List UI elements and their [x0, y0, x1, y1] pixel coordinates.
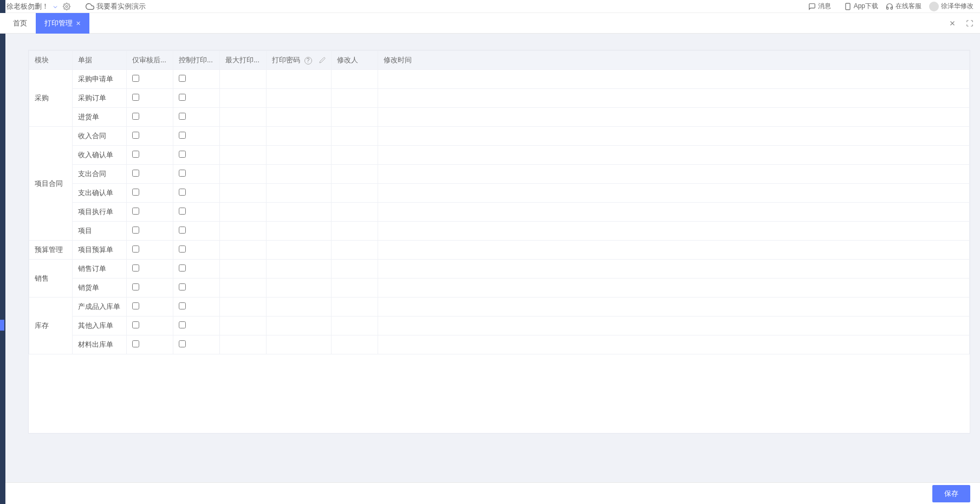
org-selector[interactable]: 徐老板勿删！	[7, 2, 59, 11]
avatar-icon	[929, 2, 939, 11]
messages-link[interactable]: 消息	[808, 2, 836, 11]
message-icon	[808, 2, 816, 10]
user-menu[interactable]: 徐泽华修改	[929, 2, 973, 11]
cloud-icon	[86, 2, 94, 11]
svg-rect-1	[846, 3, 850, 10]
org-name: 徐老板勿删！	[7, 2, 49, 11]
tab-home[interactable]: 首页	[4, 13, 36, 34]
app-download-link[interactable]: App下载	[844, 2, 878, 11]
tab-print-manage[interactable]: 打印管理 ✕	[36, 13, 89, 34]
user-name: 徐泽华修改	[941, 2, 973, 11]
app-download-label: App下载	[854, 2, 878, 11]
messages-label: 消息	[818, 2, 831, 11]
top-bar: 徐老板勿删！ 我要看实例演示 消息 App下载	[0, 0, 980, 13]
phone-icon	[844, 2, 852, 10]
support-link[interactable]: 在线客服	[886, 2, 921, 11]
close-all-tabs-button[interactable]	[946, 17, 958, 30]
close-icon[interactable]: ✕	[76, 13, 81, 34]
headset-icon	[886, 2, 893, 10]
svg-point-0	[66, 6, 68, 8]
tab-home-label: 首页	[13, 13, 27, 34]
demo-link[interactable]: 我要看实例演示	[86, 2, 146, 11]
demo-link-label: 我要看实例演示	[96, 2, 146, 11]
support-label: 在线客服	[895, 2, 921, 11]
fullscreen-button[interactable]	[964, 17, 976, 30]
tab-print-label: 打印管理	[44, 13, 73, 34]
chevron-down-icon	[52, 2, 59, 10]
tab-bar: 首页 打印管理 ✕	[0, 13, 980, 34]
gear-icon[interactable]	[63, 2, 70, 11]
